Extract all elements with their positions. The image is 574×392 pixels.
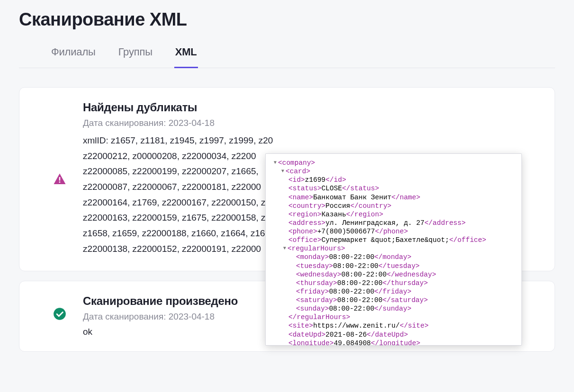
duplicates-date: Дата сканирования: 2023-04-18: [83, 118, 536, 128]
xml-line: <thursday>08:00-22:00</thursday>: [269, 279, 516, 287]
xml-line: <sunday>08:00-22:00</sunday>: [269, 304, 516, 313]
xml-line: <status>CLOSE</status>: [269, 184, 516, 193]
tree-arrow-icon: ▼: [282, 246, 287, 252]
xml-line: <country>Россия</country>: [269, 202, 516, 210]
duplicates-title: Найдены дубликаты: [83, 101, 536, 114]
xml-line: <longitude>49.084908</longitude>: [269, 339, 516, 346]
xml-line: <monday>08:00-22:00</monday>: [269, 253, 516, 261]
tab-groups[interactable]: Группы: [118, 46, 152, 68]
xml-line: <wednesday>08:00-22:00</wednesday>: [269, 270, 516, 279]
svg-point-2: [54, 308, 66, 321]
xml-line: <site>https://www.zenit.ru/</site>: [269, 321, 516, 330]
tree-arrow-icon: ▼: [280, 169, 286, 175]
xml-line: <dateUpd>2021-08-26</dateUpd>: [269, 330, 516, 339]
xml-line: <address>ул. Ленинградская, д. 27</addre…: [269, 219, 516, 227]
tabs: Филиалы Группы XML: [19, 35, 555, 68]
xml-line: ▼<card>: [269, 167, 516, 176]
xml-line: </regularHours>: [269, 313, 516, 321]
xml-line: <saturday>08:00-22:00</saturday>: [269, 296, 516, 304]
xml-line: <phone>+7(800)5006677</phone>: [269, 227, 516, 236]
xml-line: <office>Супермаркет &quot;Бахетле&quot;<…: [269, 236, 516, 244]
xml-line: ▼<regularHours>: [269, 244, 516, 253]
warning-icon: [53, 172, 67, 187]
tab-branches[interactable]: Филиалы: [51, 46, 96, 68]
tab-xml[interactable]: XML: [175, 46, 197, 68]
xml-line: <name>Банкомат Банк Зенит</name>: [269, 193, 516, 202]
xml-line: <tuesday>08:00-22:00</tuesday>: [269, 262, 516, 270]
xml-line: <id>z1699</id>: [269, 176, 516, 184]
tree-arrow-icon: ▼: [272, 160, 278, 166]
xml-line: ▼<company>: [269, 159, 516, 167]
xml-line: <region>Казань</region>: [269, 210, 516, 219]
success-icon: [53, 307, 67, 321]
svg-rect-1: [59, 181, 61, 183]
xml-line: <friday>08:00-22:00</friday>: [269, 287, 516, 296]
page-title: Сканирование XML: [0, 0, 574, 35]
svg-rect-0: [59, 177, 61, 181]
xml-preview-popup: ▼<company> ▼<card> <id>z1699</id> <statu…: [265, 153, 522, 346]
